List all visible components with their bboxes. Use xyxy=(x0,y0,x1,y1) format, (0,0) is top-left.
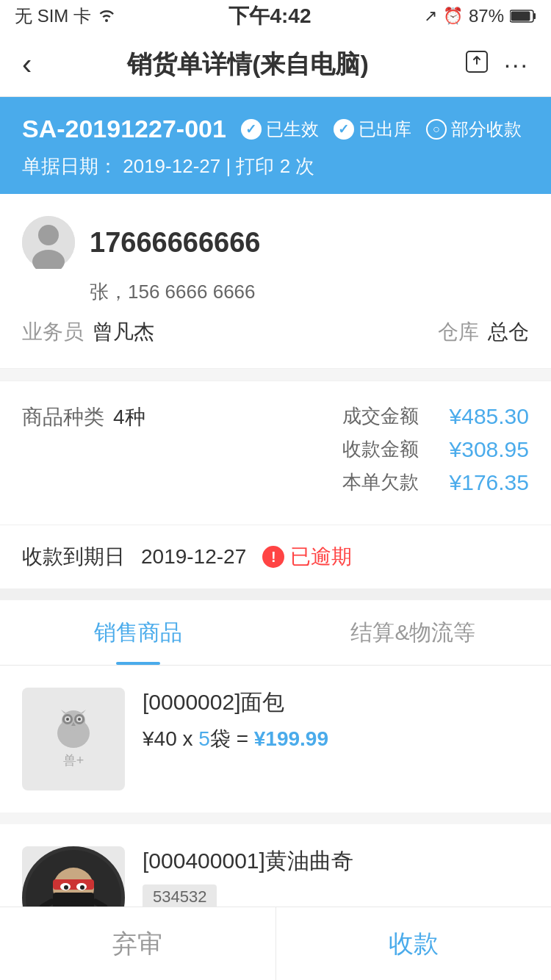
status-partial: ○ 部分收款 xyxy=(426,118,522,141)
header-banner: SA-20191227-001 ✓ 已生效 ✓ 已出库 ○ 部分收款 单据日期：… xyxy=(0,97,551,194)
tab-settlement[interactable]: 结算&物流等 xyxy=(276,600,551,665)
product-thumbnail-1: 兽+ xyxy=(22,688,125,790)
customer-top: 17666666666 xyxy=(22,216,529,269)
status-time: 下午4:42 xyxy=(228,2,311,30)
avatar xyxy=(22,216,75,269)
battery-icon xyxy=(510,9,536,24)
order-id: SA-20191227-001 xyxy=(22,115,226,143)
product-title-2: 黄油曲奇 xyxy=(265,849,353,873)
status-right: ↗ ⏰ 87% xyxy=(424,6,536,26)
kind-count: 4种 xyxy=(113,403,145,431)
qty-1: 5 xyxy=(198,727,210,750)
svg-rect-1 xyxy=(533,13,536,19)
customer-meta: 业务员 曾凡杰 仓库 总仓 xyxy=(22,318,529,346)
deal-amount-value: ¥485.30 xyxy=(433,404,529,429)
product-id-1: [0000002] xyxy=(143,690,240,714)
customer-name: 张，156 6666 6666 xyxy=(22,279,529,305)
deal-amount-label: 成交金额 xyxy=(342,403,419,429)
print-separator: | xyxy=(226,155,236,177)
due-date-value: 2019-12-27 xyxy=(141,545,246,569)
product-sku-2: 534532 xyxy=(143,884,217,909)
tab-sales-label: 销售商品 xyxy=(94,618,182,648)
product-title-1: 面包 xyxy=(240,690,284,714)
collect-label: 收款 xyxy=(389,927,439,961)
due-section: 收款到期日 2019-12-27 ! 已逾期 xyxy=(0,525,551,600)
multiply-1: x xyxy=(183,727,199,750)
banner-date-row: 单据日期： 2019-12-27 | 打印 2 次 xyxy=(22,154,529,179)
share-icon[interactable] xyxy=(464,49,489,79)
status-bar: 无 SIM 卡 下午4:42 ↗ ⏰ 87% xyxy=(0,0,551,32)
overdue-text: 已逾期 xyxy=(290,543,352,571)
page-title: 销货单详情(来自电脑) xyxy=(127,48,369,82)
summary-left: 商品种类 4种 xyxy=(22,403,145,431)
summary-row: 商品种类 4种 成交金额 ¥485.30 收款金额 ¥308.95 本单欠款 ¥… xyxy=(22,403,529,502)
collect-button[interactable]: 收款 xyxy=(276,907,552,980)
table-row: 兽+ [0000002]面包 ¥40 x 5袋 = ¥199.99 xyxy=(0,666,551,813)
collected-row: 收款金额 ¥308.95 xyxy=(342,436,529,462)
nav-right[interactable]: ··· xyxy=(464,49,529,79)
warehouse-value: 总仓 xyxy=(488,318,529,346)
check-icon: ✓ xyxy=(241,119,262,140)
carrier-text: 无 SIM 卡 xyxy=(15,4,91,28)
collected-label: 收款金额 xyxy=(342,436,419,462)
banner-row1: SA-20191227-001 ✓ 已生效 ✓ 已出库 ○ 部分收款 xyxy=(22,115,529,143)
cancel-label: 弃审 xyxy=(112,927,162,961)
tab-sales-products[interactable]: 销售商品 xyxy=(0,600,276,665)
equals-1: = xyxy=(237,727,254,750)
location-icon: ↗ xyxy=(424,7,437,26)
status-partial-text: 部分收款 xyxy=(451,118,522,141)
product-kind: 商品种类 4种 xyxy=(22,403,145,431)
svg-point-13 xyxy=(66,718,69,721)
price-1: ¥40 xyxy=(143,727,177,750)
total-1: ¥199.99 xyxy=(254,727,328,750)
status-effective-text: 已生效 xyxy=(266,118,319,141)
print-info: 打印 2 次 xyxy=(236,155,314,177)
customer-phone: 17666666666 xyxy=(90,227,260,259)
owed-value: ¥176.35 xyxy=(433,470,529,495)
kind-label: 商品种类 xyxy=(22,403,104,431)
svg-point-5 xyxy=(38,225,59,245)
warehouse-label: 仓库 xyxy=(438,318,479,346)
tab-active-indicator xyxy=(116,662,160,665)
unit-1: 袋 xyxy=(210,727,231,750)
back-button[interactable]: ‹ xyxy=(22,48,32,81)
tabs[interactable]: 销售商品 结算&物流等 xyxy=(0,600,551,666)
deal-amount-row: 成交金额 ¥485.30 xyxy=(342,403,529,429)
alarm-icon: ⏰ xyxy=(443,7,463,26)
product-name-2: [000400001]黄油曲奇 xyxy=(143,846,529,876)
tab-settlement-label: 结算&物流等 xyxy=(350,618,475,648)
salesperson-value: 曾凡杰 xyxy=(93,318,154,346)
svg-rect-2 xyxy=(511,12,530,21)
battery-text: 87% xyxy=(469,6,504,26)
overdue-icon: ! xyxy=(262,546,284,568)
date-label: 单据日期： xyxy=(22,155,118,177)
status-effective: ✓ 已生效 xyxy=(241,118,319,141)
nav-left[interactable]: ‹ xyxy=(22,48,32,81)
overdue-badge: ! 已逾期 xyxy=(262,543,352,571)
cancel-button[interactable]: 弃审 xyxy=(0,907,276,980)
nav-bar: ‹ 销货单详情(来自电脑) ··· xyxy=(0,32,551,97)
summary-right: 成交金额 ¥485.30 收款金额 ¥308.95 本单欠款 ¥176.35 xyxy=(342,403,529,502)
svg-rect-20 xyxy=(53,879,94,890)
status-outbound-text: 已出库 xyxy=(359,118,411,141)
product-id-2: [000400001] xyxy=(143,849,265,873)
status-left: 无 SIM 卡 xyxy=(15,4,116,28)
product-info-1: [0000002]面包 ¥40 x 5袋 = ¥199.99 xyxy=(143,688,529,753)
summary-section: 商品种类 4种 成交金额 ¥485.30 收款金额 ¥308.95 本单欠款 ¥… xyxy=(0,381,551,525)
salesperson-label: 业务员 xyxy=(22,318,84,346)
due-date-label: 收款到期日 xyxy=(22,543,125,571)
status-outbound: ✓ 已出库 xyxy=(334,118,411,141)
bottom-bar[interactable]: 弃审 收款 xyxy=(0,907,551,980)
owed-label: 本单欠款 xyxy=(342,469,419,495)
check-icon-2: ✓ xyxy=(334,119,354,140)
order-date: 2019-12-27 xyxy=(123,155,220,177)
clock-icon: ○ xyxy=(426,119,447,140)
svg-point-14 xyxy=(78,718,81,721)
wifi-icon xyxy=(97,6,116,26)
customer-section: 17666666666 张，156 6666 6666 业务员 曾凡杰 仓库 总… xyxy=(0,194,551,369)
more-icon[interactable]: ··· xyxy=(504,50,529,79)
owed-row: 本单欠款 ¥176.35 xyxy=(342,469,529,495)
collected-value: ¥308.95 xyxy=(433,437,529,462)
product-name-1: [0000002]面包 xyxy=(143,688,529,718)
svg-point-24 xyxy=(80,885,84,890)
